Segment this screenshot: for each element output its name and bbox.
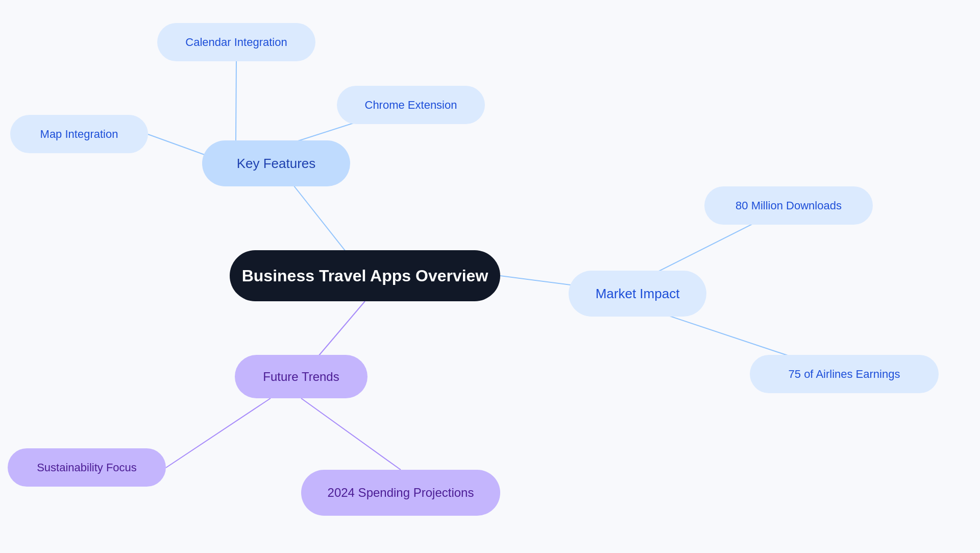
svg-line-8: [166, 398, 271, 468]
sustainability-node[interactable]: Sustainability Focus: [8, 448, 166, 487]
chrome-node[interactable]: Chrome Extension: [337, 86, 485, 124]
key-features-node[interactable]: Key Features: [202, 140, 350, 186]
airlines-node[interactable]: 75 of Airlines Earnings: [750, 355, 939, 393]
root-node[interactable]: Business Travel Apps Overview: [230, 250, 500, 301]
map-node[interactable]: Map Integration: [10, 115, 148, 153]
spending-node[interactable]: 2024 Spending Projections: [301, 470, 500, 516]
future-trends-node[interactable]: Future Trends: [235, 355, 368, 398]
svg-line-1: [236, 61, 236, 140]
svg-line-9: [301, 398, 401, 470]
downloads-node[interactable]: 80 Million Downloads: [704, 186, 873, 225]
calendar-node[interactable]: Calendar Integration: [157, 23, 315, 61]
market-impact-node[interactable]: Market Impact: [569, 271, 706, 317]
